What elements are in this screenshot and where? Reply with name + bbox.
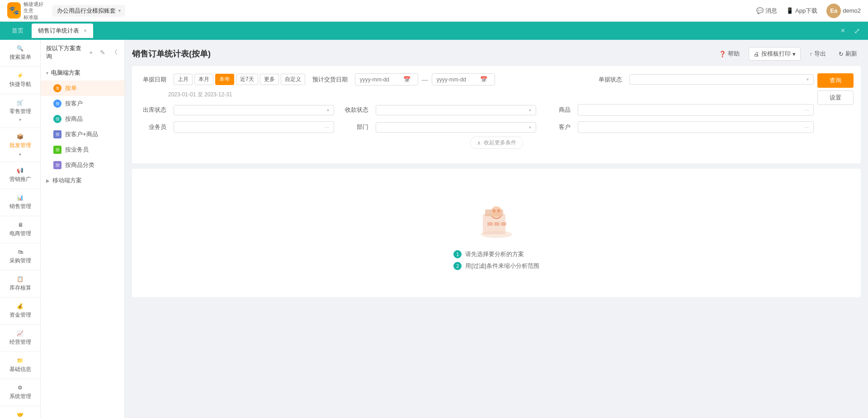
scheme-icon-staff: 按 xyxy=(53,146,61,154)
sidebar-item-quicknav[interactable]: ⚡ 快捷导航 xyxy=(0,67,40,94)
mobile-section-arrow: ▶ xyxy=(46,178,50,183)
goods-label: 商品 xyxy=(543,106,571,114)
expected-date-start[interactable]: 📅 xyxy=(355,73,418,86)
mobile-section[interactable]: ▶ 移动端方案 xyxy=(41,173,124,188)
wholesale-arrow: ▴ xyxy=(19,151,21,156)
scheme-by-category[interactable]: 按 按商品分类 xyxy=(41,157,124,173)
sidebar-item-sales[interactable]: 📊 销售管理 xyxy=(0,189,40,216)
dq-btn-more[interactable]: 更多 xyxy=(260,74,279,85)
avatar: Ea xyxy=(826,4,841,18)
user-menu[interactable]: Ea demo2 xyxy=(826,4,861,18)
status-dropdown-arrow: ▾ xyxy=(807,77,809,82)
retail-arrow: ▾ xyxy=(19,117,21,122)
goods-ellipsis: ··· xyxy=(804,107,809,113)
refresh-icon: ↻ xyxy=(839,51,844,57)
single-date-label: 单据日期 xyxy=(139,76,166,84)
dq-btn-thisyear[interactable]: 本年 xyxy=(215,74,234,85)
single-status-dropdown[interactable]: ▾ xyxy=(629,74,814,85)
expected-date-end[interactable]: 📅 xyxy=(432,73,495,86)
tab-close-btn[interactable]: × xyxy=(84,28,87,34)
staff-input[interactable]: ··· xyxy=(174,121,334,133)
customer-ellipsis: ··· xyxy=(804,124,809,130)
customer-text-input[interactable] xyxy=(583,124,802,130)
win-close-btn[interactable]: × xyxy=(838,26,848,36)
query-btn[interactable]: 查询 xyxy=(817,73,854,88)
tip-num-2: 2 xyxy=(453,262,462,270)
date-quick-btns: 上月 本月 本年 近7天 更多 自定义 xyxy=(174,74,305,85)
tab-bar: 首页 销售订单统计表 × × ⤢ xyxy=(0,22,868,40)
tab-home[interactable]: 首页 xyxy=(5,24,30,38)
search-icon: 🔍 xyxy=(17,45,24,52)
sidebar-item-collab[interactable]: 🤝 企业协同 xyxy=(0,406,40,418)
pay-status-dropdown[interactable]: ▾ xyxy=(376,105,536,115)
staff-ellipsis: ··· xyxy=(325,124,329,130)
filter-row-3: 业务员 ··· 部门 ▾ 客户 xyxy=(139,121,814,133)
sidebar-item-retail[interactable]: 🛒 零售管理 ▾ xyxy=(0,94,40,128)
customer-input[interactable]: ··· xyxy=(578,121,814,133)
action-column: 查询 设置 xyxy=(817,73,854,105)
collapse-btn[interactable]: ∧ 收起更多条件 xyxy=(470,137,523,149)
svg-rect-7 xyxy=(494,222,500,226)
win-maximize-btn[interactable]: ⤢ xyxy=(851,26,863,36)
dept-arrow: ▾ xyxy=(529,125,531,130)
sidebar-item-purchase[interactable]: 🛍 采购管理 xyxy=(0,243,40,271)
sidebar-item-ecommerce[interactable]: 🖥 电商管理 xyxy=(0,216,40,243)
main-content: 销售订单统计表(按单) ❓ 帮助 🖨 按模板打印 ▾ ↑ 导出 xyxy=(125,40,868,418)
help-btn[interactable]: ❓ 帮助 xyxy=(715,48,743,60)
pay-status-arrow: ▾ xyxy=(529,108,531,113)
scheme-collapse-btn[interactable]: 《 xyxy=(110,48,119,57)
goods-text-input[interactable] xyxy=(583,107,802,113)
scheme-by-customer-goods[interactable]: 按 按客户+商品 xyxy=(41,127,124,142)
svg-point-5 xyxy=(497,209,500,213)
pay-status-label: 收款状态 xyxy=(341,106,368,114)
system-icon: ⚙ xyxy=(18,385,23,391)
sidebar-item-wholesale[interactable]: 📦 批发管理 ▴ xyxy=(0,128,40,162)
basic-icon: 📁 xyxy=(17,357,24,364)
date-separator: — xyxy=(422,76,428,83)
pc-section-header[interactable]: ▾ 电脑端方案 xyxy=(41,65,124,81)
print-btn[interactable]: 🖨 按模板打印 ▾ xyxy=(749,47,801,61)
export-btn[interactable]: ↑ 导出 xyxy=(806,48,830,60)
operation-icon: 📈 xyxy=(17,330,24,337)
scheme-edit-btn[interactable]: ✎ xyxy=(98,48,107,57)
logo-text: 畅捷通好生意 标准版 xyxy=(24,1,48,20)
scheme-add-btn[interactable]: + xyxy=(86,48,95,57)
quicknav-icon: ⚡ xyxy=(17,72,24,79)
sidebar-item-operation[interactable]: 📈 经营管理 xyxy=(0,325,40,352)
tip-num-1: 1 xyxy=(453,250,462,258)
dq-btn-7days[interactable]: 近7天 xyxy=(236,74,258,85)
expected-date-range: 📅 — 📅 xyxy=(355,73,588,86)
sidebar-item-finance[interactable]: 💰 资金管理 xyxy=(0,298,40,325)
dq-btn-thismonth[interactable]: 本月 xyxy=(194,74,213,85)
sidebar-item-basic[interactable]: 📁 基础信息 xyxy=(0,352,40,379)
goods-input[interactable]: ··· xyxy=(578,104,814,116)
app-download-btn[interactable]: 📱 App下载 xyxy=(786,7,817,15)
filter-card: 单据日期 上月 本月 本年 近7天 更多 自定义 预计交货日期 xyxy=(132,66,861,163)
expected-date-end-input[interactable] xyxy=(437,76,477,83)
sidebar-item-marketing[interactable]: 📢 营销推广 xyxy=(0,162,40,189)
logo-area: 🐾 畅捷通好生意 标准版 xyxy=(7,1,48,20)
settings-btn[interactable]: 设置 xyxy=(817,90,854,105)
page-header: 销售订单统计表(按单) ❓ 帮助 🖨 按模板打印 ▾ ↑ 导出 xyxy=(132,47,861,61)
scheme-by-customer[interactable]: 按 按客户 xyxy=(41,96,124,111)
sidebar-item-inventory[interactable]: 📋 库存核算 xyxy=(0,271,40,298)
filter-row-1: 单据日期 上月 本月 本年 近7天 更多 自定义 预计交货日期 xyxy=(139,73,814,86)
help-icon: ❓ xyxy=(719,51,726,57)
ship-status-dropdown[interactable]: ▾ xyxy=(174,105,334,115)
expected-date-start-input[interactable] xyxy=(360,76,401,83)
dept-dropdown[interactable]: ▾ xyxy=(376,122,536,133)
dq-btn-custom[interactable]: 自定义 xyxy=(281,74,305,85)
staff-text-input[interactable] xyxy=(179,124,322,130)
scheme-by-staff[interactable]: 按 按业务员 xyxy=(41,142,124,157)
top-nav: 🐾 畅捷通好生意 标准版 办公用品行业模拟账套 ▾ 💬 消息 📱 App下载 E… xyxy=(0,0,868,22)
refresh-btn[interactable]: ↻ 刷新 xyxy=(835,48,861,60)
tab-sales-stats[interactable]: 销售订单统计表 × xyxy=(32,24,93,38)
sidebar-item-search[interactable]: 🔍 搜索菜单 xyxy=(0,40,40,67)
sidebar-item-system[interactable]: ⚙ 系统管理 xyxy=(0,379,40,406)
svg-point-4 xyxy=(493,209,495,213)
scheme-by-order[interactable]: 按 按单 xyxy=(41,81,124,96)
company-selector[interactable]: 办公用品行业模拟账套 ▾ xyxy=(52,5,125,17)
message-btn[interactable]: 💬 消息 xyxy=(756,7,777,15)
dq-btn-lastmonth[interactable]: 上月 xyxy=(174,74,193,85)
scheme-by-goods[interactable]: 按 按商品 xyxy=(41,111,124,127)
